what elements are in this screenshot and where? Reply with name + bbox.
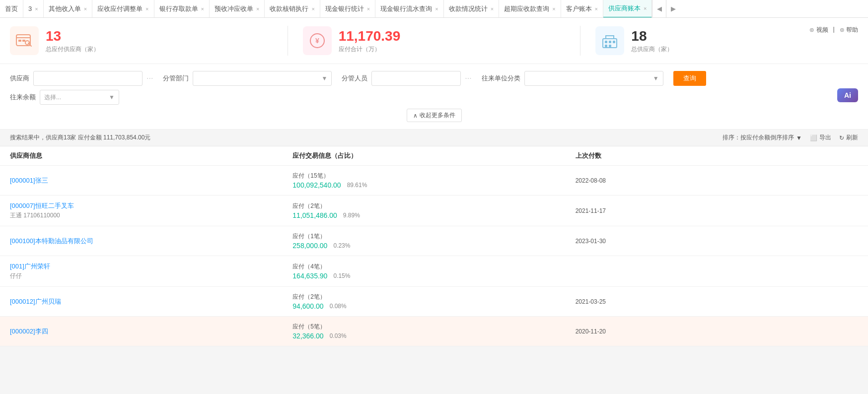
col-header-supplier: 供应商信息 bbox=[10, 151, 292, 160]
supplier-input[interactable] bbox=[33, 71, 143, 86]
svg-rect-2 bbox=[18, 40, 21, 42]
table-row: [000002]李四 应付（5笔） 32,366.00 0.03% 2020-1… bbox=[0, 317, 868, 346]
tab-ar-ap-adjust-label: 应收应付调整单 bbox=[97, 4, 143, 13]
nav-next-arrow[interactable]: ▶ bbox=[666, 0, 680, 18]
tab-cash-bank-stat-close[interactable]: × bbox=[367, 6, 370, 12]
payable-suppliers-number: 13 bbox=[46, 28, 99, 45]
person-label: 分管人员 bbox=[342, 74, 367, 83]
tab-overdue-query-close[interactable]: × bbox=[552, 6, 555, 12]
tab-receipt-stat[interactable]: 收款情况统计 × bbox=[444, 0, 499, 18]
tab-3-close[interactable]: × bbox=[35, 6, 38, 12]
balance-select[interactable]: 选择... ▼ bbox=[40, 90, 119, 105]
tx-label-2: 应付（2笔） bbox=[292, 202, 575, 210]
tab-bank-deposit[interactable]: 银行存取款单 × bbox=[154, 0, 210, 18]
tx-info-6: 应付（5笔） 32,366.00 0.03% bbox=[292, 323, 575, 340]
divider-2 bbox=[580, 26, 580, 56]
table-header: 供应商信息 应付交易信息（占比） 上次付数 bbox=[0, 146, 868, 166]
tx-info-4: 应付（4笔） 164,635.90 0.15% bbox=[292, 263, 575, 280]
balance-label: 往来余额 bbox=[10, 93, 36, 102]
ai-badge[interactable]: Ai bbox=[837, 88, 858, 102]
tx-label-3: 应付（1笔） bbox=[292, 232, 575, 241]
tx-amount-5: 94,600.00 bbox=[292, 302, 323, 310]
supplier-name-1[interactable]: [000001]张三 bbox=[10, 177, 48, 184]
total-suppliers-number: 18 bbox=[631, 28, 673, 45]
tab-other-income[interactable]: 其他收入单 × bbox=[44, 0, 92, 18]
filter-dept: 分管部门 ▼ bbox=[163, 71, 332, 86]
tab-3-label: 3 bbox=[28, 5, 32, 12]
summary-card-total-payable: ¥ 11,170.39 应付合计（万） bbox=[303, 26, 566, 55]
tab-receipt-stat-close[interactable]: × bbox=[491, 6, 494, 12]
svg-point-4 bbox=[25, 41, 29, 45]
tx-label-4: 应付（4笔） bbox=[292, 263, 575, 271]
refresh-icon: ↻ bbox=[839, 134, 844, 141]
tab-receipt-exec-label: 收款核销执行 bbox=[270, 4, 308, 13]
supplier-name-5[interactable]: [000012]广州贝瑞 bbox=[10, 298, 61, 305]
svg-text:¥: ¥ bbox=[315, 37, 319, 45]
refresh-button[interactable]: ↻ 刷新 bbox=[839, 133, 858, 142]
tab-supplier-ledger-close[interactable]: × bbox=[644, 5, 647, 11]
dept-select[interactable]: ▼ bbox=[193, 71, 332, 86]
supplier-info-3: [000100]本特勤油品有限公司 bbox=[10, 237, 292, 246]
tab-3[interactable]: 3 × bbox=[23, 0, 44, 18]
total-suppliers-icon bbox=[595, 26, 624, 55]
total-suppliers-label: 总供应商（家） bbox=[631, 45, 673, 54]
supplier-sub-4: 仔仔 bbox=[10, 272, 292, 280]
tab-home-label: 首页 bbox=[5, 4, 18, 13]
svg-rect-3 bbox=[22, 40, 25, 42]
last-pay-3: 2023-01-30 bbox=[576, 237, 858, 245]
sort-dropdown-icon[interactable]: ▼ bbox=[796, 134, 802, 141]
table-row: [000007]恒旺二手叉车 王通 17106110000 应付（2笔） 11,… bbox=[0, 196, 868, 226]
supplier-name-4[interactable]: [001]广州荣轩 bbox=[10, 263, 50, 270]
tx-amount-3: 258,000.00 bbox=[292, 242, 327, 250]
tx-row-3: 258,000.00 0.23% bbox=[292, 242, 575, 250]
supplier-dots[interactable]: ··· bbox=[146, 74, 153, 83]
total-payable-info: 11,170.39 应付合计（万） bbox=[339, 28, 401, 54]
export-button[interactable]: ⬜ 导出 bbox=[810, 133, 831, 142]
tab-cash-flow-query[interactable]: 现金银行流水查询 × bbox=[375, 0, 443, 18]
last-pay-date-2: 2021-11-17 bbox=[576, 207, 606, 214]
tab-customer-ledger-close[interactable]: × bbox=[595, 6, 598, 12]
last-pay-6: 2020-11-20 bbox=[576, 328, 858, 335]
filter-person: 分管人员 ··· bbox=[342, 71, 471, 86]
nav-prev-arrow[interactable]: ◀ bbox=[652, 0, 666, 18]
tab-advance-receipt-close[interactable]: × bbox=[256, 6, 259, 12]
tab-ar-ap-adjust-close[interactable]: × bbox=[145, 6, 148, 12]
tab-supplier-ledger[interactable]: 供应商账本 × bbox=[603, 0, 652, 18]
tab-bank-deposit-close[interactable]: × bbox=[201, 6, 204, 12]
tab-cash-flow-query-close[interactable]: × bbox=[435, 6, 438, 12]
supplier-name-2[interactable]: [000007]恒旺二手叉车 bbox=[10, 202, 74, 209]
tab-advance-receipt[interactable]: 预收冲应收单 × bbox=[210, 0, 265, 18]
svg-rect-12 bbox=[609, 45, 611, 47]
result-bar: 搜索结果中，供应商13家 应付金额 111,703,854.00元 排序：按应付… bbox=[0, 130, 868, 146]
payable-suppliers-label: 总应付供应商（家） bbox=[46, 45, 99, 54]
col-header-lastpay: 上次付数 bbox=[576, 151, 858, 160]
tx-percent-1: 89.61% bbox=[347, 182, 367, 189]
filter-supplier: 供应商 ··· bbox=[10, 71, 153, 86]
payable-suppliers-icon bbox=[10, 26, 39, 55]
person-input[interactable] bbox=[371, 71, 461, 86]
supplier-label: 供应商 bbox=[10, 74, 29, 83]
tx-label-1: 应付（15笔） bbox=[292, 172, 575, 180]
tab-other-income-close[interactable]: × bbox=[84, 6, 87, 12]
tab-receipt-exec-close[interactable]: × bbox=[311, 6, 314, 12]
collapse-button[interactable]: ∧ 收起更多条件 bbox=[407, 109, 462, 122]
tab-overdue-query[interactable]: 超期应收款查询 × bbox=[499, 0, 561, 18]
query-button[interactable]: 查询 bbox=[673, 71, 706, 86]
supplier-info-1: [000001]张三 bbox=[10, 176, 292, 185]
tab-home[interactable]: 首页 bbox=[0, 0, 23, 18]
tab-receipt-exec[interactable]: 收款核销执行 × bbox=[265, 0, 320, 18]
tx-percent-6: 0.03% bbox=[330, 332, 347, 339]
help-link[interactable]: ⊙ 帮助 bbox=[840, 26, 858, 34]
tab-cash-bank-stat[interactable]: 现金银行统计 × bbox=[320, 0, 375, 18]
tx-info-5: 应付（2笔） 94,600.00 0.08% bbox=[292, 293, 575, 310]
tx-info-3: 应付（1笔） 258,000.00 0.23% bbox=[292, 232, 575, 250]
video-link[interactable]: ⊙ 视频 bbox=[809, 26, 828, 34]
person-dots[interactable]: ··· bbox=[465, 74, 471, 83]
supplier-name-6[interactable]: [000002]李四 bbox=[10, 328, 48, 335]
category-select[interactable]: ▼ bbox=[524, 71, 663, 86]
supplier-name-3[interactable]: [000100]本特勤油品有限公司 bbox=[10, 237, 93, 245]
tab-advance-receipt-label: 预收冲应收单 bbox=[215, 4, 253, 13]
tab-customer-ledger[interactable]: 客户账本 × bbox=[561, 0, 603, 18]
tab-ar-ap-adjust[interactable]: 应收应付调整单 × bbox=[92, 0, 154, 18]
collapse-icon: ∧ bbox=[413, 112, 418, 119]
